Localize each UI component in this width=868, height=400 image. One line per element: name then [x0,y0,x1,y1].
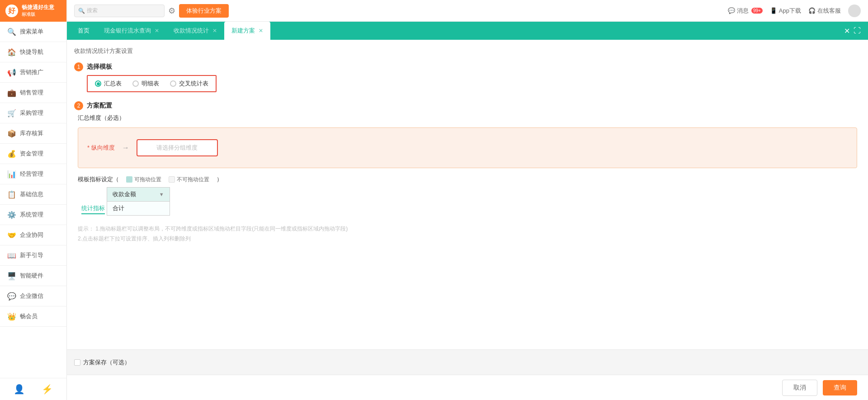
query-button[interactable]: 查询 [823,380,857,395]
sidebar-icon-10: 🤝 [7,231,16,240]
header-search-box[interactable]: 🔍 搜索 [74,5,165,17]
sidebar-icon-3: 💼 [7,88,16,97]
tab-cash-bank[interactable]: 现金银行流水查询 ✕ [97,22,166,40]
radio-detail[interactable]: 明细表 [132,80,159,88]
cancel-button[interactable]: 取消 [782,380,817,396]
sidebar-icon-4: 🛒 [7,108,16,118]
indicator-close-paren: ） [217,175,222,184]
save-checkbox-box[interactable] [74,359,80,366]
header-gear-icon[interactable]: ⚙ [168,6,175,16]
sidebar-icon-2: 📢 [7,68,16,77]
tab-close-0[interactable]: ✕ [155,28,159,34]
sidebar-item-10[interactable]: 🤝企业协同 [0,225,66,245]
trial-button[interactable]: 体验行业方案 [179,4,229,18]
sidebar-item-9[interactable]: ⚙️系统管理 [0,205,66,225]
sidebar-icon-9: ⚙️ [7,210,16,219]
radio-summary-label: 汇总表 [104,80,122,88]
sidebar-icon-13: 💬 [7,292,16,301]
radio-cross[interactable]: 交叉统计表 [170,80,208,88]
radio-detail-label: 明细表 [142,80,159,88]
sidebar-item-4[interactable]: 🛒采购管理 [0,103,66,123]
home-tab[interactable]: 首页 [71,27,97,35]
indicator-settings-label: 模板指标设定（ [78,175,119,184]
section-config: 2 方案配置 汇总维度（必选） * 纵向维度 → 请选择分组维度 模板指标设定（ [74,101,861,244]
indicator-legend: 可拖动位置 不可拖动位置 [126,176,209,184]
sidebar-icon-14: 👑 [7,312,16,321]
sidebar-item-8[interactable]: 📋基础信息 [0,184,66,205]
sidebar-icon-12: 🖥️ [7,271,16,280]
tabbar-left: 首页 现金银行流水查询 ✕ 收款情况统计 ✕ 新建方案 ✕ [71,22,270,40]
tab-new-plan[interactable]: 新建方案 ✕ [224,22,270,40]
tabbar-expand-icon[interactable]: ⛶ [854,27,861,35]
radio-summary-btn[interactable] [95,80,101,87]
message-label: 消息 [737,7,749,15]
sidebar-bottom-icon-1[interactable]: 👤 [14,384,25,395]
sidebar-item-5[interactable]: 📦库存核算 [0,123,66,144]
sidebar-item-7[interactable]: 📊经营管理 [0,164,66,184]
draggable-label: 可拖动位置 [134,176,161,184]
tab-close-2[interactable]: ✕ [259,28,263,34]
stats-label: 统计指标 [81,204,105,214]
tab-receipt-stat[interactable]: 收款情况统计 ✕ [166,22,224,40]
stats-dropdown-arrow[interactable]: ▼ [159,192,164,197]
legend-fixed: 不可拖动位置 [169,176,209,184]
service-icon: 🎧 [808,7,816,14]
vertical-label: * 纵向维度 [87,144,115,152]
sidebar-item-3[interactable]: 💼销售管理 [0,83,66,103]
sidebar-item-12[interactable]: 🖥️智能硬件 [0,266,66,286]
radio-detail-btn[interactable] [132,80,139,87]
radio-summary[interactable]: 汇总表 [95,80,122,88]
sidebar-logo: 好 畅捷通好生意 标准版 [0,0,66,22]
logo-icon: 好 [5,5,18,17]
dimension-row: * 纵向维度 → 请选择分组维度 [87,139,848,156]
online-service-label: 在线客服 [817,7,841,15]
tabbar-close-icon[interactable]: ✕ [844,27,850,35]
legend-fixed-color [169,176,175,183]
sidebar-item-13[interactable]: 💬企业微信 [0,286,66,306]
sidebar-item-14[interactable]: 👑畅会员 [0,306,66,327]
dimension-arrow-icon: → [122,144,129,152]
fixed-label: 不可拖动位置 [177,176,209,184]
stats-table: 收款金额 ▼ 合计 [107,187,170,216]
page-title: 收款情况统计方案设置 [74,47,861,55]
legend-draggable-color [126,176,132,183]
tip-1: 提示： 1.拖动标题栏可以调整布局，不可跨维度或指标区域拖动栏目字段(只能在同一… [78,224,857,234]
tips-section: 提示： 1.拖动标题栏可以调整布局，不可跨维度或指标区域拖动栏目字段(只能在同一… [78,224,857,244]
section2-number: 2 [74,101,83,110]
tip-2: 2.点击标题栏下拉可设置排序、插入列和删除列 [78,234,857,244]
sidebar-item-0[interactable]: 🔍搜索菜单 [0,22,66,42]
sidebar-item-6[interactable]: 💰资金管理 [0,144,66,164]
dimension-placeholder[interactable]: 请选择分组维度 [137,139,218,156]
sidebar-item-2[interactable]: 📢营销推广 [0,62,66,83]
section1-header: 1 选择模板 [74,62,861,71]
header: 🔍 搜索 ⚙ 体验行业方案 💬 消息 99+ 📱 App下载 🎧 在线客服 [67,0,868,22]
save-label: 方案保存（可选） [83,358,130,367]
online-service-item[interactable]: 🎧 在线客服 [808,7,841,15]
header-left: 🔍 搜索 ⚙ 体验行业方案 [74,4,229,18]
dimension-area: * 纵向维度 → 请选择分组维度 [78,127,857,168]
tab-close-1[interactable]: ✕ [212,28,217,34]
sidebar-icon-0: 🔍 [7,27,16,36]
logo-text: 畅捷通好生意 [22,4,54,11]
radio-cross-btn[interactable] [170,80,176,87]
message-item[interactable]: 💬 消息 99+ [728,7,763,15]
tabbar: 首页 现金银行流水查询 ✕ 收款情况统计 ✕ 新建方案 ✕ ✕ ⛶ [67,22,868,40]
template-selector: 汇总表 明细表 交叉统计表 [87,75,217,92]
stats-table-row: 合计 [107,202,170,215]
sidebar-icon-11: 📖 [7,251,16,260]
search-placeholder: 搜索 [87,7,98,14]
stats-table-header[interactable]: 收款金额 ▼ [107,188,170,202]
logo-sub: 标准版 [22,11,54,18]
user-avatar[interactable] [848,5,861,17]
sidebar-item-11[interactable]: 📖新手引导 [0,245,66,266]
indicator-section: 模板指标设定（ 可拖动位置 不可拖动位置 ） [78,175,857,217]
content-area: 收款情况统计方案设置 1 选择模板 汇总表 明细表 [67,40,868,349]
app-download-item[interactable]: 📱 App下载 [770,7,801,15]
tabbar-right: ✕ ⛶ [844,27,864,35]
sidebar-item-1[interactable]: 🏠快捷导航 [0,42,66,62]
search-icon: 🔍 [78,8,85,14]
sidebar-bottom-icon-2[interactable]: ⚡ [42,384,53,395]
sidebar-icon-6: 💰 [7,149,16,158]
save-checkbox[interactable]: 方案保存（可选） [74,358,861,367]
radio-cross-label: 交叉统计表 [179,80,208,88]
